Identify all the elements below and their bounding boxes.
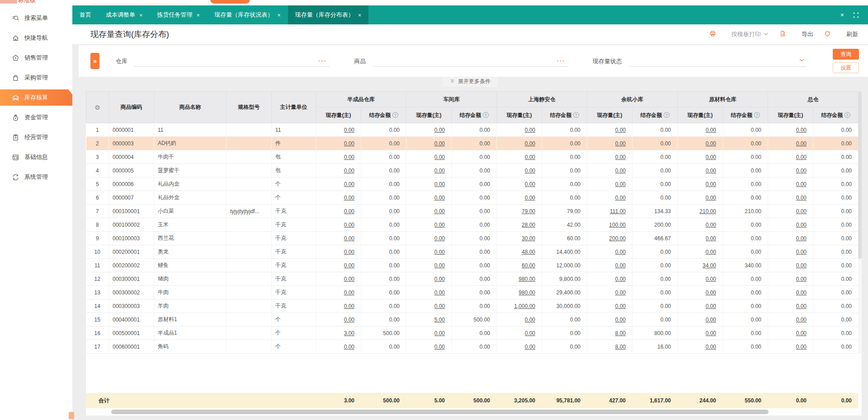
qty-link[interactable]: 980.00 [519,276,535,282]
sidebar-item-basic-info[interactable]: 基础信息 [0,149,72,165]
qty-link[interactable]: 0.00 [796,235,807,242]
qty-link[interactable]: 0.00 [796,168,807,174]
qty-link[interactable]: 0.00 [434,249,445,255]
ellipsis-icon[interactable]: ··· [318,57,330,64]
refresh-button[interactable]: 刷新 [824,30,858,38]
amount-column-header[interactable]: 结存金额 ? [542,107,587,123]
qty-link[interactable]: 0.00 [796,262,807,269]
qty-link[interactable]: 0.00 [706,235,716,242]
sidebar-item-search-menu[interactable]: 搜索菜单 [0,10,72,26]
qty-link[interactable]: 210.00 [699,208,716,215]
qty-link[interactable]: 0.00 [434,181,445,187]
column-header[interactable]: 规格型号 [226,92,272,123]
tab-home[interactable]: 首页 [72,5,99,24]
qty-link[interactable]: 0.00 [434,289,445,296]
help-icon[interactable]: ? [844,112,850,118]
collapse-filters-button[interactable]: » [90,53,99,69]
qty-link[interactable]: 0.00 [796,208,807,215]
qty-link[interactable]: 0.00 [706,195,716,201]
top-button-fragment[interactable] [210,0,250,4]
help-icon[interactable]: ? [664,112,670,118]
table-row[interactable]: 20000003AD钙奶件0.000.000.000.000.000.000.0… [86,137,859,150]
qty-link[interactable]: 34.00 [703,262,716,269]
qty-link[interactable]: 0.00 [434,208,445,215]
qty-link[interactable]: 0.00 [706,303,716,309]
qty-link[interactable]: 0.00 [796,140,807,147]
export-button[interactable]: 导出 [779,30,813,38]
qty-link[interactable]: 0.00 [615,249,626,255]
qty-link[interactable]: 0.00 [344,222,354,228]
table-row[interactable]: 60000007礼品外盒个0.000.000.000.000.000.000.0… [86,191,859,205]
qty-link[interactable]: 0.00 [434,222,445,228]
ellipsis-icon[interactable]: ··· [557,57,568,64]
sidebar-item-operations-mgmt[interactable]: 经营管理 [0,129,72,145]
qty-link[interactable]: 0.00 [615,276,626,282]
qty-column-header[interactable]: 现存量(主) [316,107,361,123]
table-row[interactable]: 30000004牛肉干包0.000.000.000.000.000.000.00… [86,150,859,164]
qty-link[interactable]: 1,000.00 [514,303,535,309]
table-row[interactable]: 50000006礼品内盒个0.000.000.000.000.000.000.0… [86,177,859,191]
qty-link[interactable]: 0.00 [434,195,445,201]
close-all-tabs-icon[interactable]: × [840,11,844,19]
qty-link[interactable]: 0.00 [706,249,716,255]
table-row[interactable]: 40000005菠萝蜜干包0.000.000.000.000.000.000.0… [86,164,859,177]
qty-link[interactable]: 0.00 [525,140,535,147]
qty-link[interactable]: 0.00 [344,127,354,133]
qty-link[interactable]: 0.00 [615,181,626,187]
qty-link[interactable]: 111.00 [610,208,626,215]
qty-link[interactable]: 0.00 [615,303,626,309]
qty-link[interactable]: 0.00 [434,303,445,309]
qty-link[interactable]: 0.00 [706,154,716,160]
table-row[interactable]: 8000100002玉米千克0.000.000.000.0028.0042.00… [86,218,859,232]
qty-link[interactable]: 0.00 [525,195,535,201]
warehouse-filter-input[interactable]: ··· [134,55,330,67]
qty-link[interactable]: 0.00 [796,154,807,160]
qty-link[interactable]: 0.00 [706,276,716,282]
query-button[interactable]: 查询 [833,49,859,60]
amount-column-header[interactable]: 结存金额 ? [813,107,859,123]
qty-link[interactable]: 980.00 [519,289,535,296]
sidebar-item-funds-mgmt[interactable]: ¥资金管理 [0,109,72,126]
floating-widget-fragment[interactable] [69,412,74,419]
sidebar-item-quick-nav[interactable]: 快捷导航 [0,30,72,46]
qty-link[interactable]: 0.00 [344,168,354,174]
qty-link[interactable]: 0.00 [525,181,535,187]
qty-link[interactable]: 0.00 [344,154,354,160]
qty-link[interactable]: 5.00 [434,317,445,323]
help-icon[interactable]: ? [483,112,489,118]
qty-link[interactable]: 0.00 [615,262,626,269]
qty-link[interactable]: 0.00 [344,262,354,269]
qty-link[interactable]: 0.00 [344,249,354,255]
table-row[interactable]: 11000200002鳗鱼千克0.000.000.000.0060.0012,0… [86,259,859,272]
horizontal-scrollbar-thumb[interactable] [111,410,769,414]
qty-column-header[interactable]: 现存量(主) [768,107,813,123]
qty-link[interactable]: 60.00 [522,262,535,269]
settings-button[interactable]: 设置 [833,62,859,73]
qty-link[interactable]: 0.00 [344,195,354,201]
qty-link[interactable]: 0.00 [434,330,445,336]
qty-link[interactable]: 0.00 [525,154,535,160]
qty-link[interactable]: 0.00 [706,181,716,187]
qty-link[interactable]: 3.00 [344,330,354,336]
amount-column-header[interactable]: 结存金额 ? [361,107,406,123]
tab-close-icon[interactable]: × [139,12,143,19]
qty-link[interactable]: 0.00 [706,344,716,350]
help-icon[interactable]: ? [392,112,398,118]
qty-link[interactable]: 0.00 [706,127,716,133]
sidebar-item-system-mgmt[interactable]: 系统管理 [0,169,72,185]
qty-link[interactable]: 0.00 [706,222,716,228]
qty-link[interactable]: 0.00 [615,140,626,147]
qty-link[interactable]: 0.00 [615,127,626,133]
qty-link[interactable]: 0.00 [615,154,626,160]
qty-link[interactable]: 0.00 [434,262,445,269]
table-row[interactable]: 14000300003羊肉千克0.000.000.000.001,000.003… [86,299,859,313]
chevron-down-icon[interactable] [764,31,769,38]
vertical-scrollbar[interactable] [858,91,862,353]
qty-link[interactable]: 0.00 [525,317,535,323]
qty-link[interactable]: 0.00 [615,195,626,201]
qty-link[interactable]: 0.00 [434,140,445,147]
qty-link[interactable]: 0.00 [344,208,354,215]
amount-column-header[interactable]: 结存金额 ? [452,107,497,123]
qty-link[interactable]: 0.00 [796,222,807,228]
qty-link[interactable]: 0.00 [525,344,535,350]
